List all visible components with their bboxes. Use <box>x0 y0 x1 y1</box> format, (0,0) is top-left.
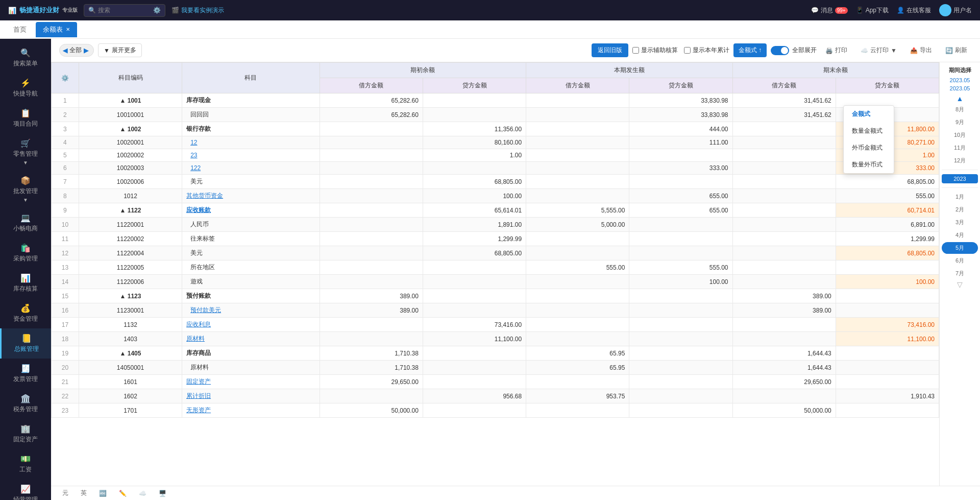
sidebar-item-quicknav[interactable]: ⚡ 快捷导航 <box>0 73 51 103</box>
expand-more-btn[interactable]: ▼ 展开更多 <box>98 43 142 57</box>
cloud-down-icon: ▼ <box>891 47 897 54</box>
op-debit <box>320 275 423 289</box>
row-subject[interactable]: 122 <box>182 162 320 175</box>
sidebar-item-inventory[interactable]: 📊 库存核算 <box>0 268 51 298</box>
row-code: 11220005 <box>79 260 182 275</box>
user-btn[interactable]: 用户名 <box>939 4 972 16</box>
row-subject[interactable]: 累计折旧 <box>182 389 320 403</box>
demo-link[interactable]: 🎬 我要看实例演示 <box>172 6 224 15</box>
row-subject[interactable]: 应收账款 <box>182 203 320 218</box>
monitor-btn[interactable]: 🖥️ <box>156 489 169 498</box>
th-settings[interactable]: ⚙️ <box>52 63 79 93</box>
message-btn[interactable]: 💬 消息 99+ <box>811 6 848 15</box>
sidebar-item-payroll[interactable]: 💵 工资 <box>0 449 51 479</box>
sidebar-item-capital[interactable]: 💰 资金管理 <box>0 298 51 328</box>
sidebar-label-inventory: 库存核算 <box>13 284 38 293</box>
period-10[interactable]: 10月 <box>942 129 978 141</box>
general-icon: 📒 <box>21 334 32 343</box>
return-old-btn[interactable]: 返回旧版 <box>592 43 628 57</box>
sidebar-item-project[interactable]: 📋 项目合同 <box>0 103 51 133</box>
table-row: 2014050001原材料1,710.3865.951,644.43 <box>52 361 939 375</box>
row-subject[interactable]: 12 <box>182 136 320 149</box>
export-btn[interactable]: 📤 导出 <box>905 43 937 58</box>
row-subject[interactable]: 固定资产 <box>182 375 320 389</box>
cl-debit <box>732 218 836 232</box>
dropdown-item-qty-amount[interactable]: 数量金额式 <box>844 123 894 139</box>
cl-debit: 1,644.43 <box>732 346 836 361</box>
settings-icon[interactable]: ⚙️ <box>153 7 161 14</box>
cloud-btn[interactable]: ☁️ <box>136 489 150 498</box>
print-btn[interactable]: 🖨️ 打印 <box>821 43 852 58</box>
sidebar-item-general[interactable]: 📒 总账管理 <box>0 328 51 359</box>
sidebar-item-tax[interactable]: 🏛️ 税务管理 <box>0 389 51 419</box>
sidebar-item-wholesale[interactable]: 📦 批发管理 ▼ <box>0 171 51 208</box>
row-subject[interactable]: 其他货币资金 <box>182 189 320 203</box>
sidebar-item-search[interactable]: 🔍 搜索菜单 <box>0 43 51 73</box>
period-2023[interactable]: 2023 <box>942 174 978 183</box>
sidebar-item-assets[interactable]: 🏢 固定资产 <box>0 419 51 449</box>
cur-debit <box>526 122 629 136</box>
period-3[interactable]: 3月 <box>942 217 978 228</box>
op-debit: 65,282.60 <box>320 93 423 108</box>
op-debit: 1,710.38 <box>320 346 423 361</box>
lang-cn-btn[interactable]: 英 <box>78 488 90 498</box>
breadcrumb-forward-icon[interactable]: ▶ <box>84 47 88 54</box>
cl-debit: 29,650.00 <box>732 375 836 389</box>
period-5[interactable]: 5月 <box>942 242 978 254</box>
breadcrumb[interactable]: ◀ 全部 ▶ <box>59 44 94 57</box>
online-service-btn[interactable]: 👤 在线客服 <box>897 6 931 15</box>
period-up-btn[interactable]: ▲ <box>957 94 964 103</box>
auxiliary-checkbox[interactable] <box>632 47 639 54</box>
annual-checkbox[interactable] <box>684 47 691 54</box>
edit-btn[interactable]: ✏️ <box>116 489 130 498</box>
service-label: 在线客服 <box>906 6 931 15</box>
app-download-btn[interactable]: 📱 App下载 <box>856 6 889 15</box>
period-11[interactable]: 11月 <box>942 142 978 154</box>
export-label: 导出 <box>920 46 932 55</box>
refresh-btn[interactable]: 🔄 刷新 <box>941 43 972 58</box>
breadcrumb-back-icon[interactable]: ◀ <box>63 47 67 54</box>
tab-balance-sheet[interactable]: 余额表 ✕ <box>36 22 77 37</box>
cloud-print-btn[interactable]: ☁️ 云打印 ▼ <box>856 43 901 58</box>
period-6[interactable]: 6月 <box>942 255 978 267</box>
row-subject[interactable]: 原材料 <box>182 332 320 346</box>
search-bar[interactable]: 🔍 搜索 ⚙️ <box>84 4 165 17</box>
op-credit: 80,160.00 <box>423 136 526 149</box>
show-annual-check[interactable]: 显示本年累计 <box>684 46 729 55</box>
row-number: 13 <box>52 260 79 275</box>
dropdown-item-foreign-amount[interactable]: 外币金额式 <box>844 139 894 156</box>
sidebar-item-retail[interactable]: 🛒 零售管理 ▼ <box>0 133 51 171</box>
sidebar-item-operations[interactable]: 📈 经营管理 <box>0 479 51 500</box>
currency-btn[interactable]: 元 <box>59 488 71 498</box>
mode-btn[interactable]: 金额式 ↑ <box>733 43 767 57</box>
sidebar-item-invoice[interactable]: 🧾 发票管理 <box>0 359 51 389</box>
sidebar-item-purchase[interactable]: 🛍️ 采购管理 <box>0 238 51 268</box>
cur-debit <box>526 403 629 418</box>
expand-toggle[interactable] <box>771 46 789 55</box>
tab-close-icon[interactable]: ✕ <box>66 27 70 32</box>
period-4[interactable]: 4月 <box>942 229 978 241</box>
lang-en-btn[interactable]: 🔤 <box>96 489 110 498</box>
show-auxiliary-check[interactable]: 显示辅助核算 <box>632 46 678 55</box>
dropdown-item-qty-foreign[interactable]: 数量外币式 <box>844 156 894 173</box>
period-down-btn[interactable]: ▽ <box>957 280 963 289</box>
period-7[interactable]: 7月 <box>942 268 978 279</box>
balance-table: ⚙️ 科目编码 科目 期初余额 本期发生额 <box>51 62 939 418</box>
dropdown-item-amount[interactable]: 金额式 <box>844 106 894 123</box>
row-subject[interactable]: 无形资产 <box>182 403 320 418</box>
period-12[interactable]: 12月 <box>942 155 978 166</box>
op-debit: 65,282.60 <box>320 108 423 122</box>
sidebar-item-ecommerce[interactable]: 💻 小畅电商 <box>0 208 51 238</box>
row-subject[interactable]: 23 <box>182 149 320 162</box>
period-2[interactable]: 2月 <box>942 204 978 216</box>
op-debit <box>320 246 423 260</box>
tab-home[interactable]: 首页 <box>6 22 34 37</box>
cur-debit <box>526 149 629 162</box>
row-subject[interactable]: 应收利息 <box>182 318 320 332</box>
period-9[interactable]: 9月 <box>942 116 978 128</box>
table-row: 1▲ 1001库存现金65,282.6033,830.9831,451.62 <box>52 93 939 108</box>
period-8[interactable]: 8月 <box>942 104 978 115</box>
refresh-icon: 🔄 <box>945 47 953 54</box>
period-1[interactable]: 1月 <box>942 191 978 203</box>
row-subject[interactable]: 预付款美元 <box>182 303 320 318</box>
